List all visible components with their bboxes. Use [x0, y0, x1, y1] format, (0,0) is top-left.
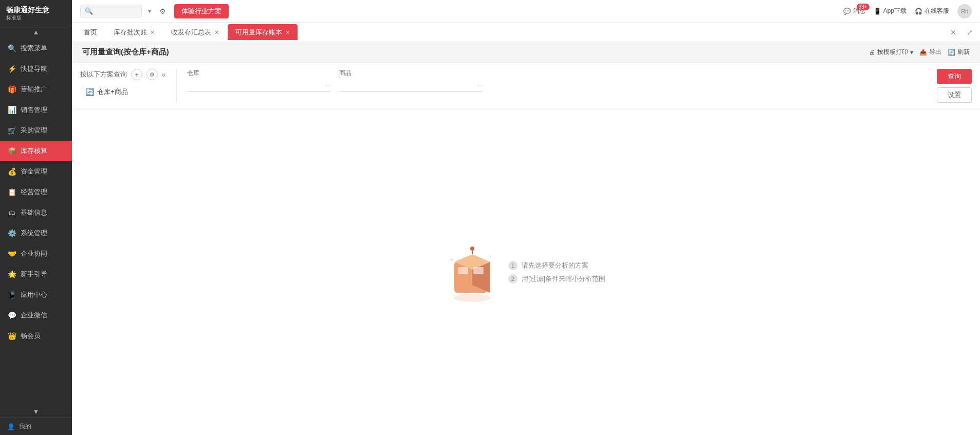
filter-add-button[interactable]: + [131, 69, 142, 80]
topbar-search-container: 🔍 [80, 5, 142, 17]
filter-scheme-settings-button[interactable]: ⚙ [146, 69, 158, 80]
tab-expand-button[interactable]: ⤢ [964, 27, 976, 37]
sidebar-icon-operations: 📋 [7, 188, 16, 196]
customer-service-item[interactable]: 🎧 在线客服 [915, 7, 949, 15]
tab-close-all-button[interactable]: ✕ [947, 27, 959, 37]
sidebar-label-finance: 资金管理 [21, 167, 47, 176]
empty-tips: 1 请先选择要分析的方案 2 用[过滤]条件来缩小分析范围 [508, 261, 605, 283]
scheme-item-warehouse-product[interactable]: 🔄 仓库+商品 [80, 84, 166, 100]
robot-svg: ✦ ✦ [447, 247, 498, 303]
sidebar-footer[interactable]: 👤 我的 [0, 418, 72, 435]
warehouse-input[interactable] [187, 82, 322, 89]
sidebar-item-purchase[interactable]: 🛒采购管理 [0, 120, 72, 141]
print-action[interactable]: 🖨 按模板打印 ▾ [869, 48, 913, 56]
product-input[interactable] [339, 82, 474, 89]
filter-fields: 仓库 ··· 商品 ··· [187, 69, 931, 92]
tabs-actions: ✕ ⤢ [947, 27, 976, 37]
warehouse-more-icon[interactable]: ··· [326, 82, 331, 89]
sidebar-item-basics[interactable]: 🗂基础信息 [0, 202, 72, 223]
sidebar-icon-app: 📱 [7, 291, 16, 299]
svg-rect-4 [458, 267, 468, 274]
tip-text-2: 用[过滤]条件来缩小分析范围 [522, 274, 605, 283]
tip-text-1: 请先选择要分析的方案 [522, 261, 588, 270]
sidebar-label-wechat: 企业微信 [21, 311, 47, 320]
print-icon: 🖨 [869, 49, 875, 56]
trial-button[interactable]: 体验行业方案 [174, 4, 229, 18]
sidebar-item-sales[interactable]: 📊销售管理 [0, 100, 72, 120]
sidebar-scroll: 🔍搜索菜单⚡快捷导航🎁营销推广📊销售管理🛒采购管理📦库存核算💰资金管理📋经营管理… [0, 38, 72, 406]
sidebar-label-basics: 基础信息 [21, 208, 47, 217]
sidebar: 畅康通好生意 标准版 ▲ 🔍搜索菜单⚡快捷导航🎁营销推广📊销售管理🛒采购管理📦库… [0, 0, 72, 435]
product-more-icon[interactable]: ··· [478, 82, 483, 89]
app-download-item[interactable]: 📱 App下载 [874, 7, 907, 15]
tab-label-summary: 收发存汇总表 [171, 28, 211, 37]
topbar-gear-icon[interactable]: ⚙ [157, 5, 168, 17]
scheme-list: 🔄 仓库+商品 [80, 84, 166, 100]
tab-summary[interactable]: 收发存汇总表✕ [163, 24, 227, 40]
tab-close-summary[interactable]: ✕ [214, 29, 219, 36]
topbar-dropdown[interactable]: ▾ [148, 8, 151, 15]
svg-point-7 [470, 247, 474, 251]
sidebar-item-system[interactable]: ⚙️系统管理 [0, 223, 72, 243]
sidebar-icon-sales: 📊 [7, 106, 16, 114]
sidebar-icon-shortcuts: ⚡ [7, 65, 16, 73]
message-icon-item[interactable]: 💬 消息 99+ [843, 7, 865, 15]
sidebar-label-app: 应用中心 [21, 290, 47, 299]
sidebar-item-finance[interactable]: 💰资金管理 [0, 161, 72, 182]
sidebar-label-shortcuts: 快捷导航 [21, 64, 47, 73]
tip-item-1: 1 请先选择要分析的方案 [508, 261, 605, 270]
refresh-action[interactable]: 🔄 刷新 [948, 48, 970, 56]
sidebar-scroll-down[interactable]: ▼ [0, 406, 72, 418]
settings-button[interactable]: 设置 [937, 87, 972, 103]
sidebar-item-wechat[interactable]: 💬企业微信 [0, 305, 72, 326]
sidebar-label-operations: 经营管理 [21, 187, 47, 197]
main-area: 🔍 ▾ ⚙ 体验行业方案 💬 消息 99+ 📱 App下载 🎧 在线客服 Rit [72, 0, 980, 435]
sidebar-icon-newbie: 🌟 [7, 270, 16, 278]
export-icon: 📤 [919, 49, 927, 56]
sidebar-label-purchase: 采购管理 [21, 126, 47, 135]
sidebar-item-inventory[interactable]: 📦库存核算 [0, 141, 72, 161]
export-action[interactable]: 📤 导出 [919, 48, 941, 56]
message-icon: 💬 [843, 8, 851, 15]
print-label: 按模板打印 [877, 48, 908, 56]
tab-batch[interactable]: 库存批次账✕ [106, 24, 162, 40]
filter-divider [176, 69, 177, 103]
sidebar-logo: 畅康通好生意 标准版 [0, 0, 72, 26]
filter-collapse-button[interactable]: « [162, 70, 166, 79]
filter-label: 按以下方案查询 [80, 70, 127, 79]
sidebar-icon-search: 🔍 [7, 44, 16, 52]
sidebar-item-operations[interactable]: 📋经营管理 [0, 182, 72, 202]
svg-point-0 [454, 294, 490, 302]
sidebar-scroll-up[interactable]: ▲ [0, 26, 72, 38]
product-field-label: 商品 [339, 69, 483, 78]
warehouse-field-label: 仓库 [187, 69, 331, 78]
app-name: 畅康通好生意 [6, 5, 66, 14]
empty-illustration: ✦ ✦ [447, 247, 498, 298]
sidebar-item-enterprise[interactable]: 🤝企业协同 [0, 243, 72, 264]
warehouse-field-input-container: ··· [187, 80, 331, 92]
page-title: 可用量查询(按仓库+商品) [82, 47, 169, 57]
page-header: 可用量查询(按仓库+商品) 🖨 按模板打印 ▾ 📤 导出 🔄 刷新 [72, 42, 980, 63]
sidebar-item-member[interactable]: 👑畅会员 [0, 326, 72, 346]
sidebar-label-search: 搜索菜单 [21, 44, 47, 53]
sidebar-item-search[interactable]: 🔍搜索菜单 [0, 38, 72, 59]
app-version: 标准版 [6, 14, 66, 22]
query-button[interactable]: 查询 [937, 69, 972, 84]
sidebar-item-app[interactable]: 📱应用中心 [0, 285, 72, 305]
sidebar-item-marketing[interactable]: 🎁营销推广 [0, 79, 72, 100]
sidebar-icon-wechat: 💬 [7, 311, 16, 319]
app-download-icon: 📱 [874, 8, 881, 15]
sidebar-item-shortcuts[interactable]: ⚡快捷导航 [0, 59, 72, 79]
tab-available[interactable]: 可用量库存账本✕ [228, 24, 298, 40]
sidebar-label-inventory: 库存核算 [21, 146, 47, 156]
tab-close-batch[interactable]: ✕ [150, 29, 155, 36]
topbar: 🔍 ▾ ⚙ 体验行业方案 💬 消息 99+ 📱 App下载 🎧 在线客服 Rit [72, 0, 980, 23]
tab-home[interactable]: 首页 [76, 24, 105, 40]
user-avatar[interactable]: Rit [957, 4, 972, 18]
tab-close-available[interactable]: ✕ [285, 29, 290, 36]
tab-label-home: 首页 [84, 28, 97, 37]
product-field-input-container: ··· [339, 80, 483, 92]
sidebar-item-newbie[interactable]: 🌟新手引导 [0, 264, 72, 285]
search-input[interactable] [95, 8, 136, 15]
product-field: 商品 ··· [339, 69, 483, 92]
